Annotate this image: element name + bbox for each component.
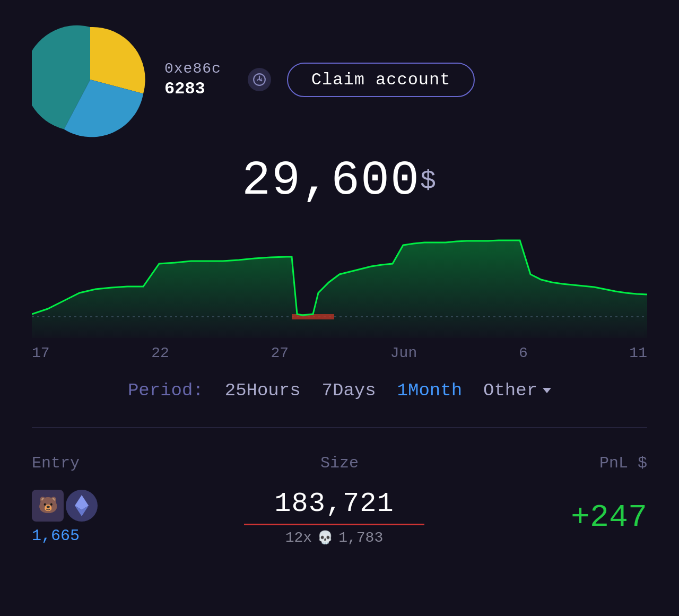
period-25hours[interactable]: 25Hours <box>225 380 301 401</box>
entry-icons: 🐻 <box>32 490 98 522</box>
account-number: 6283 <box>164 79 221 99</box>
period-7days[interactable]: 7Days <box>322 380 376 401</box>
entry-header: Entry <box>32 454 80 472</box>
chart-area: 17 22 27 Jun 6 11 <box>0 211 679 359</box>
header-section: 0xe86c 6283 Claim account <box>0 0 679 149</box>
account-info: 0xe86c 6283 <box>164 60 221 99</box>
main-container: 0xe86c 6283 Claim account 29,600$ <box>0 0 679 616</box>
portfolio-value: 29,600$ <box>242 154 437 208</box>
size-column: 183,721 12x 💀 1,783 <box>244 488 424 546</box>
size-bar <box>244 524 424 525</box>
entry-price: 1,665 <box>32 527 98 545</box>
label-27: 27 <box>271 345 289 361</box>
chart-icon[interactable] <box>248 68 271 91</box>
period-1month[interactable]: 1Month <box>397 380 462 401</box>
label-6: 6 <box>519 345 528 361</box>
bear-icon: 🐻 <box>32 490 64 522</box>
trade-headers: Entry Size PnL $ <box>32 454 647 472</box>
period-other[interactable]: Other <box>483 380 551 401</box>
period-selector: Period: 25Hours 7Days 1Month Other <box>0 359 679 427</box>
pnl-value: +247 <box>571 499 647 535</box>
pie-chart <box>32 21 149 138</box>
claim-account-button[interactable]: Claim account <box>287 63 475 97</box>
label-11: 11 <box>629 345 647 361</box>
size-value: 183,721 <box>244 488 424 519</box>
trade-section: Entry Size PnL $ 🐻 1,665 <box>0 428 679 567</box>
chart-x-labels: 17 22 27 Jun 6 11 <box>32 341 647 361</box>
eth-icon <box>66 490 98 522</box>
account-address: 0xe86c <box>164 60 221 77</box>
trade-row: 🐻 1,665 183,721 12x 💀 1,7 <box>32 488 647 546</box>
label-22: 22 <box>151 345 169 361</box>
chevron-down-icon <box>543 388 551 393</box>
period-label: Period: <box>128 380 204 401</box>
price-chart <box>32 211 647 338</box>
skull-icon: 💀 <box>317 530 333 545</box>
label-17: 17 <box>32 345 50 361</box>
entry-column: 🐻 1,665 <box>32 490 98 545</box>
main-value-section: 29,600$ <box>0 149 679 211</box>
label-jun: Jun <box>390 345 417 361</box>
pnl-header: PnL $ <box>599 454 647 472</box>
leverage-info: 12x 💀 1,783 <box>244 530 424 546</box>
size-header: Size <box>320 454 359 472</box>
pnl-column: +247 <box>571 499 647 535</box>
